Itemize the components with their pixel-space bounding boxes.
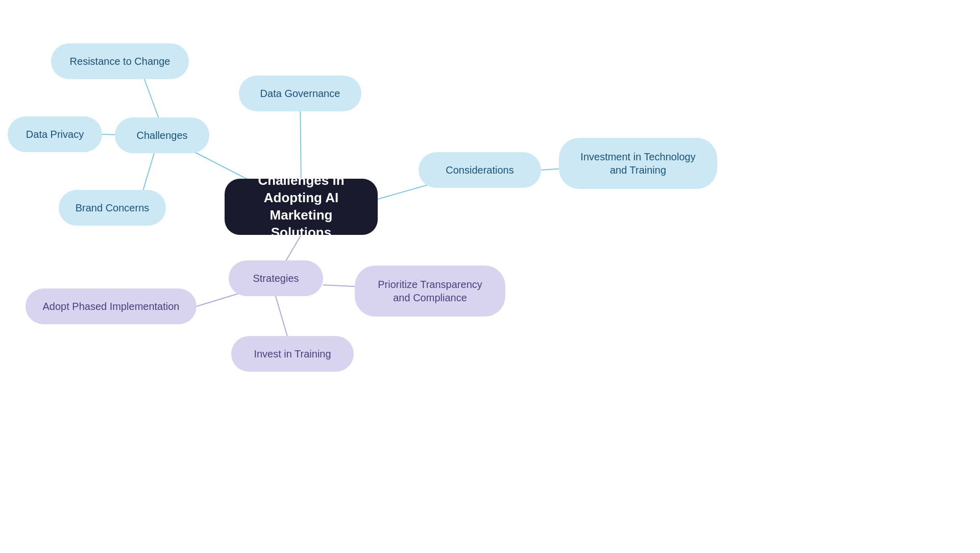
- prioritize-label: Prioritize Transparency and Compliance: [369, 278, 491, 304]
- invest-training-node: Invest in Training: [231, 336, 354, 372]
- data-privacy-label: Data Privacy: [26, 128, 84, 141]
- resistance-label: Resistance to Change: [70, 55, 170, 68]
- center-label: Challenges in Adopting AI Marketing Solu…: [239, 172, 363, 241]
- brand-concerns-label: Brand Concerns: [76, 201, 150, 214]
- considerations-node: Considerations: [419, 152, 541, 188]
- strategies-node: Strategies: [229, 260, 323, 296]
- invest-training-label: Invest in Training: [254, 347, 331, 360]
- challenges-node: Challenges: [115, 117, 209, 153]
- investment-label: Investment in Technology and Training: [573, 150, 703, 177]
- brand-concerns-node: Brand Concerns: [59, 190, 166, 226]
- prioritize-node: Prioritize Transparency and Compliance: [355, 266, 505, 317]
- data-governance-label: Data Governance: [260, 87, 340, 100]
- resistance-node: Resistance to Change: [51, 43, 189, 79]
- challenges-label: Challenges: [136, 129, 187, 142]
- considerations-label: Considerations: [446, 163, 513, 177]
- center-node: Challenges in Adopting AI Marketing Solu…: [225, 179, 378, 235]
- data-privacy-node: Data Privacy: [8, 116, 102, 152]
- adopt-phased-node: Adopt Phased Implementation: [26, 288, 197, 324]
- strategies-label: Strategies: [253, 272, 299, 285]
- adopt-phased-label: Adopt Phased Implementation: [43, 300, 180, 313]
- data-governance-node: Data Governance: [239, 76, 361, 111]
- investment-node: Investment in Technology and Training: [559, 138, 717, 189]
